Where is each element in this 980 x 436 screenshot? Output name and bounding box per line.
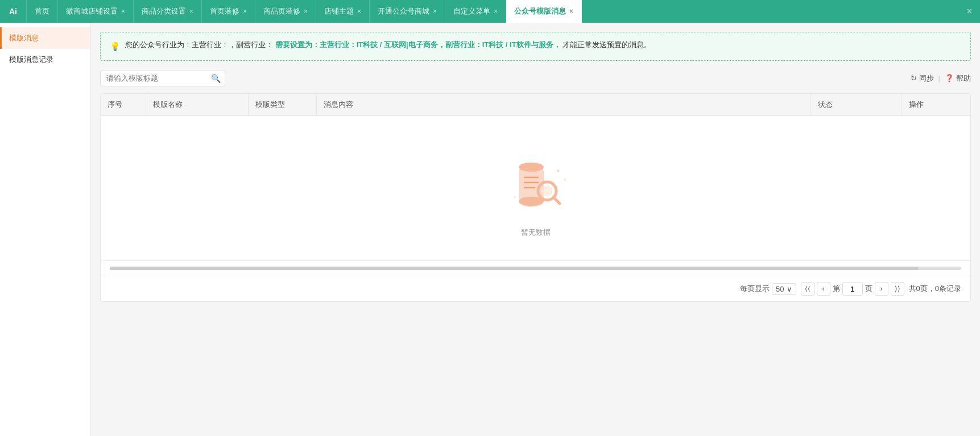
tab-home[interactable]: Ai: [0, 0, 27, 23]
horizontal-scrollbar[interactable]: [101, 260, 970, 276]
search-button[interactable]: 🔍: [211, 74, 221, 83]
col-status: 状态: [811, 94, 902, 115]
tab-shop-settings-label: 微商城店铺设置: [66, 6, 118, 16]
scrollbar-track[interactable]: [110, 267, 961, 270]
svg-text:✦: ✦: [513, 195, 516, 199]
tab-custom-menu[interactable]: 自定义菜单 ×: [445, 0, 506, 23]
tab-product-decor-close[interactable]: ×: [304, 7, 308, 15]
sync-icon: ↻: [911, 74, 917, 82]
empty-illustration: ✦ ✦ ✦: [502, 150, 570, 218]
page-first-button[interactable]: ⟨⟨: [801, 282, 814, 296]
pagination: 每页显示 50 ∨ ⟨⟨ ‹ 第 页 › ⟩⟩ 共0页，0条记录: [101, 276, 970, 301]
tab-product-decor[interactable]: 商品页装修 ×: [255, 0, 316, 23]
tab-open-mall[interactable]: 开通公众号商城 ×: [370, 0, 445, 23]
tab-shop-theme-close[interactable]: ×: [357, 7, 361, 15]
search-input[interactable]: [100, 70, 225, 86]
col-type: 模版类型: [249, 94, 317, 115]
sidebar: 模版消息 模版消息记录: [0, 23, 91, 436]
tab-home-decor-label: 首页装修: [210, 6, 239, 16]
tab-shop-theme-label: 店铺主题: [324, 6, 354, 16]
empty-state: ✦ ✦ ✦ 暂无数据: [101, 116, 970, 260]
sync-label: 同步: [919, 73, 934, 84]
tab-category-settings-close[interactable]: ×: [189, 7, 193, 15]
scrollbar-thumb[interactable]: [110, 267, 919, 270]
search-wrap: 🔍: [100, 70, 225, 86]
page-size-label: 每页显示: [740, 284, 770, 294]
tab-custom-menu-close[interactable]: ×: [494, 7, 498, 15]
data-table: 序号 模版名称 模版类型 消息内容 状态 操作: [100, 93, 971, 302]
page-last-button[interactable]: ⟩⟩: [891, 282, 904, 296]
page-unit: 页: [865, 284, 873, 294]
col-content: 消息内容: [317, 94, 811, 115]
tab-bar: Ai 首页 微商城店铺设置 × 商品分类设置 × 首页装修 × 商品页装修 × …: [0, 0, 980, 23]
content-area: 💡 您的公众号行业为：主营行业：，副营行业： 需要设置为：主营行业：IT科技 /…: [91, 23, 980, 436]
col-action: 操作: [902, 94, 970, 115]
col-name: 模版名称: [146, 94, 249, 115]
page-number-input[interactable]: [842, 282, 863, 296]
page-prev-button[interactable]: ‹: [817, 282, 830, 296]
bulb-icon: 💡: [110, 40, 121, 53]
page-size-value: 50: [776, 285, 784, 293]
page-total: 共0页，0条记录: [909, 284, 961, 294]
tab-template-msg-close[interactable]: ×: [569, 7, 573, 15]
tab-template-msg[interactable]: 公众号模版消息 ×: [506, 0, 582, 23]
sidebar-item-template-message-record[interactable]: 模版消息记录: [0, 49, 90, 70]
sync-button[interactable]: ↻ 同步: [911, 73, 934, 84]
tab-shop-settings-close[interactable]: ×: [121, 7, 125, 15]
global-close-button[interactable]: ×: [959, 6, 980, 16]
tab-open-mall-close[interactable]: ×: [433, 7, 437, 15]
notice-prefix: 您的公众号行业为：主营行业：，副营行业：: [125, 40, 273, 49]
svg-point-2: [519, 163, 544, 172]
tab-open-mall-label: 开通公众号商城: [378, 6, 429, 16]
tab-category-settings[interactable]: 商品分类设置 ×: [134, 0, 202, 23]
notice-bar: 💡 您的公众号行业为：主营行业：，副营行业： 需要设置为：主营行业：IT科技 /…: [100, 32, 971, 61]
svg-text:✦: ✦: [556, 168, 560, 174]
svg-point-8: [541, 185, 553, 197]
toolbar-right: ↻ 同步 | ❓ 帮助: [911, 73, 971, 84]
tab-shop-theme[interactable]: 店铺主题 ×: [316, 0, 370, 23]
svg-line-9: [553, 197, 560, 204]
tab-home-decor-close[interactable]: ×: [243, 7, 247, 15]
tab-template-msg-label: 公众号模版消息: [514, 6, 566, 16]
col-index: 序号: [101, 94, 146, 115]
tab-product-decor-label: 商品页装修: [263, 6, 300, 16]
page-size-dropdown[interactable]: 50 ∨: [772, 283, 796, 295]
tab-shop-settings[interactable]: 微商城店铺设置 ×: [58, 0, 134, 23]
help-button[interactable]: ❓ 帮助: [945, 73, 971, 84]
sidebar-item-template-message-label: 模版消息: [9, 34, 39, 42]
page-prefix: 第: [833, 284, 840, 294]
tab-category-settings-label: 商品分类设置: [142, 6, 186, 16]
table-header: 序号 模版名称 模版类型 消息内容 状态 操作: [101, 94, 970, 116]
notice-text: 您的公众号行业为：主营行业：，副营行业： 需要设置为：主营行业：IT科技 / 互…: [125, 39, 651, 51]
page-next-button[interactable]: ›: [875, 282, 888, 296]
tab-home-label: 首页: [35, 6, 49, 16]
search-toolbar: 🔍 ↻ 同步 | ❓ 帮助: [100, 70, 971, 86]
notice-highlight: 需要设置为：主营行业：IT科技 / 互联网|电子商务，副营行业：IT科技 / I…: [275, 40, 561, 49]
sidebar-item-template-message[interactable]: 模版消息: [0, 27, 90, 49]
svg-text:✦: ✦: [563, 177, 567, 182]
page-navigation: ⟨⟨ ‹ 第 页 › ⟩⟩: [801, 282, 904, 296]
notice-suffix: 才能正常发送预置的消息。: [563, 40, 651, 49]
help-label: 帮助: [956, 73, 971, 84]
help-circle-icon: ❓: [945, 74, 954, 82]
global-close-icon: ×: [967, 6, 972, 16]
empty-text: 暂无数据: [521, 227, 551, 238]
toolbar-divider: |: [938, 74, 940, 82]
main-layout: 模版消息 模版消息记录 💡 您的公众号行业为：主营行业：，副营行业： 需要设置为…: [0, 23, 980, 436]
tab-home-page[interactable]: 首页: [27, 0, 58, 23]
page-size-select-wrap: 每页显示 50 ∨: [740, 283, 796, 295]
app-logo: Ai: [9, 7, 17, 16]
tab-home-decor[interactable]: 首页装修 ×: [202, 0, 255, 23]
dropdown-arrow-icon: ∨: [787, 285, 792, 293]
sidebar-item-template-message-record-label: 模版消息记录: [9, 55, 53, 64]
tab-custom-menu-label: 自定义菜单: [453, 6, 490, 16]
